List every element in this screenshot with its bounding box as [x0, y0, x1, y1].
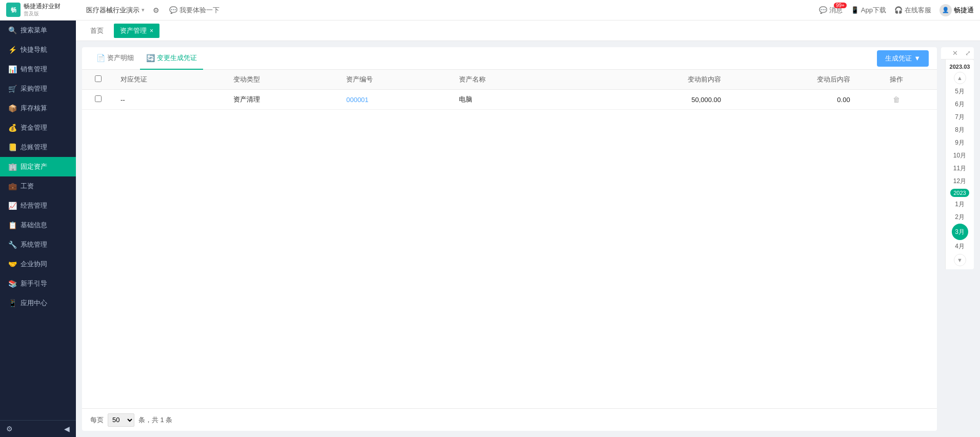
sidebar-label-system: 系统管理 — [21, 240, 47, 249]
cal-month-12月[interactable]: 12月 — [953, 175, 966, 188]
sidebar-item-sales[interactable]: 📊销售管理 — [0, 59, 76, 79]
inventory-icon: 📦 — [8, 104, 16, 112]
main-card: 📄 资产明细 🔄 变更生成凭证 生成凭证 ▼ — [82, 47, 937, 431]
select-all-checkbox[interactable] — [95, 75, 102, 82]
sidebar-item-app-center[interactable]: 📱应用中心 — [0, 293, 76, 313]
change-voucher-icon: 🔄 — [146, 54, 155, 62]
page-size-select[interactable]: 50 10 20 100 — [108, 413, 134, 427]
col-header-type: 变动类型 — [227, 70, 340, 90]
system-icon: 🔧 — [8, 241, 16, 249]
sidebar-label-app-center: 应用中心 — [21, 299, 47, 308]
page-size-label: 每页 — [90, 415, 104, 425]
sidebar-item-enterprise[interactable]: 🤝企业协同 — [0, 254, 76, 274]
sidebar-item-finance[interactable]: 💰资金管理 — [0, 118, 76, 137]
sidebar: 🔍搜索菜单⚡快捷导航📊销售管理🛒采购管理📦库存核算💰资金管理📒总账管理🏢固定资产… — [0, 21, 76, 437]
payroll-icon: 💼 — [8, 182, 16, 190]
cal-month-11月[interactable]: 11月 — [953, 162, 966, 175]
main-table: 对应凭证 变动类型 资产编号 资产名称 变动前内容 变动后内容 操作 -- — [82, 70, 937, 110]
cal-month-2023-3月[interactable]: 3月 — [952, 224, 968, 240]
asset-detail-label: 资产明细 — [107, 53, 134, 63]
sidebar-item-search[interactable]: 🔍搜索菜单 — [0, 21, 76, 40]
ledger-icon: 📒 — [8, 143, 16, 151]
basic-info-icon: 📋 — [8, 221, 16, 229]
row-voucher-0: -- — [114, 90, 227, 110]
customer-service-icon: 🎧 — [894, 6, 903, 14]
sidebar-item-quick-nav[interactable]: ⚡快捷导航 — [0, 40, 76, 59]
cal-month-2023-4月[interactable]: 4月 — [952, 240, 968, 253]
col-header-check — [82, 70, 114, 90]
row-before-0: 50,000.00 — [598, 90, 727, 110]
sidebar-settings-button[interactable]: ⚙ — [6, 425, 13, 433]
delete-icon[interactable]: 🗑 — [893, 95, 900, 104]
cal-month-2023-1月[interactable]: 1月 — [952, 198, 968, 211]
tab-home[interactable]: 首页 — [84, 24, 110, 38]
col-header-after: 变动后内容 — [727, 70, 856, 90]
enterprise-icon: 🤝 — [8, 260, 16, 268]
row-code-0: 000001 — [340, 90, 453, 110]
cal-month-7月[interactable]: 7月 — [953, 111, 966, 124]
feedback-icon: 💬 — [169, 6, 177, 14]
company-name: 医疗器械行业演示 — [86, 6, 139, 15]
sidebar-item-basic-info[interactable]: 📋基础信息 — [0, 215, 76, 235]
tab-close-icon[interactable]: × — [150, 27, 153, 34]
logo-area: 畅 畅捷通好业财 普及版 — [6, 3, 82, 17]
generate-btn-label: 生成凭证 — [885, 54, 912, 63]
cal-month-9月[interactable]: 9月 — [953, 136, 966, 149]
col-header-voucher: 对应凭证 — [114, 70, 227, 90]
sidebar-item-inventory[interactable]: 📦库存核算 — [0, 98, 76, 118]
customer-service-item[interactable]: 🎧 在线客服 — [894, 6, 931, 15]
sidebar-item-system[interactable]: 🔧系统管理 — [0, 235, 76, 254]
tab-asset-management[interactable]: 资产管理 × — [114, 24, 159, 38]
right-sidebar-calendar: 2023.03 ▲ 5月6月7月8月9月10月11月12月 2023 1月2月3… — [945, 59, 974, 269]
user-area[interactable]: 👤 畅捷通 — [939, 4, 974, 16]
right-panel: ✕ ⤢ 2023.03 ▲ 5月6月7月8月9月10月11月12月 2023 1… — [941, 47, 974, 431]
feedback-button[interactable]: 💬 我要体验一下 — [169, 6, 219, 15]
generate-voucher-button[interactable]: 生成凭证 ▼ — [877, 50, 929, 67]
sidebar-label-fixed-assets: 固定资产 — [21, 162, 47, 171]
chevron-down-icon: ▾ — [142, 7, 145, 13]
sidebar-label-sales: 销售管理 — [21, 65, 47, 74]
change-voucher-label: 变更生成凭证 — [157, 53, 197, 63]
cal-month-5月[interactable]: 5月 — [953, 85, 966, 98]
app-download-icon: 📱 — [851, 6, 859, 14]
sidebar-label-quick-nav: 快捷导航 — [21, 45, 47, 54]
main-layout: 🔍搜索菜单⚡快捷导航📊销售管理🛒采购管理📦库存核算💰资金管理📒总账管理🏢固定资产… — [0, 21, 980, 437]
sidebar-item-guide[interactable]: 📚新手引导 — [0, 274, 76, 293]
sidebar-item-operations[interactable]: 📈经营管理 — [0, 196, 76, 215]
logo-text-area: 畅捷通好业财 普及版 — [24, 3, 61, 17]
notification-item[interactable]: 💬 消息 99+ — [819, 6, 843, 15]
cal-month-2023-2月[interactable]: 2月 — [952, 211, 968, 224]
row-action-0[interactable]: 🗑 — [856, 90, 937, 110]
sidebar-item-fixed-assets[interactable]: 🏢固定资产 — [0, 157, 76, 176]
calendar-down-arrow[interactable]: ▼ — [954, 254, 966, 266]
table-body: -- 资产清理 000001 电脑 50,000.00 0.00 🗑 — [82, 90, 937, 110]
calendar-up-arrow[interactable]: ▲ — [954, 72, 966, 84]
cal-months-before: 5月6月7月8月9月10月11月12月 — [953, 85, 966, 188]
calendar-expand-button[interactable]: ⤢ — [962, 47, 974, 59]
row-type-0: 资产清理 — [227, 90, 340, 110]
row-after-0: 0.00 — [727, 90, 856, 110]
sub-tabs: 📄 资产明细 🔄 变更生成凭证 生成凭证 ▼ — [82, 47, 937, 70]
row-check-0[interactable] — [82, 90, 114, 110]
total-label: 条，共 1 条 — [138, 415, 172, 425]
user-name: 畅捷通 — [954, 6, 974, 15]
app-download-item[interactable]: 📱 App下载 — [851, 6, 886, 15]
logo-sub: 普及版 — [24, 10, 61, 17]
cal-month-6月[interactable]: 6月 — [953, 98, 966, 111]
sub-tab-asset-detail[interactable]: 📄 资产明细 — [90, 47, 140, 70]
sidebar-collapse-button[interactable]: ◀ — [64, 425, 70, 433]
calendar-close-button[interactable]: ✕ — [949, 47, 961, 59]
sidebar-item-payroll[interactable]: 💼工资 — [0, 176, 76, 196]
sidebar-item-purchase[interactable]: 🛒采购管理 — [0, 79, 76, 98]
cal-month-8月[interactable]: 8月 — [953, 124, 966, 136]
sub-tab-change-voucher[interactable]: 🔄 变更生成凭证 — [140, 47, 203, 70]
company-selector[interactable]: 医疗器械行业演示 ▾ — [86, 6, 145, 15]
row-checkbox-0[interactable] — [95, 95, 102, 102]
cal-month-10月[interactable]: 10月 — [953, 149, 966, 162]
settings-button[interactable]: ⚙ — [149, 3, 163, 17]
col-header-action: 操作 — [856, 70, 937, 90]
content-area: 首页 资产管理 × 📄 资产明细 🔄 变更生成凭证 — [76, 21, 980, 437]
sales-icon: 📊 — [8, 65, 16, 73]
asset-detail-icon: 📄 — [96, 54, 105, 62]
sidebar-item-ledger[interactable]: 📒总账管理 — [0, 137, 76, 157]
